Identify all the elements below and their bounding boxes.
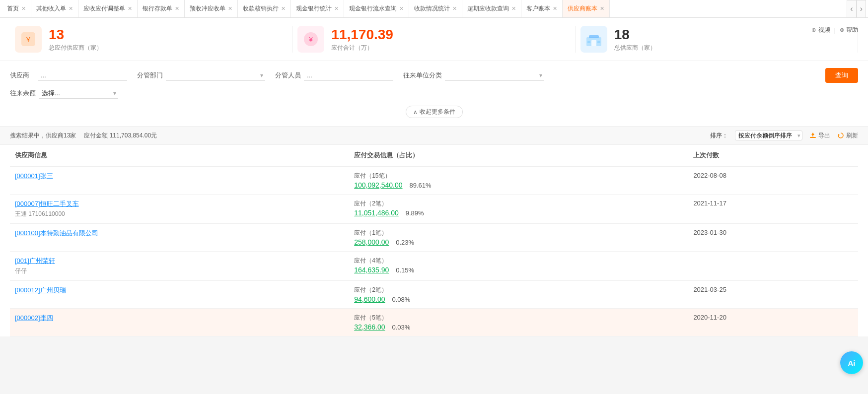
svg-rect-8 [597, 41, 600, 43]
supplier-link[interactable]: [001]广州荣轩 [15, 257, 55, 264]
supplier-input[interactable] [38, 70, 127, 81]
close-icon[interactable]: ✕ [228, 5, 232, 12]
nav-tab-ap-adjust[interactable]: 应收应付调整单✕ [78, 0, 138, 18]
table-container: 供应商信息 应付交易信息（占比） 上次付数 [000001]张三应付（15笔） … [0, 145, 868, 336]
amount-value[interactable]: 94,600.00 [354, 295, 385, 303]
close-icon[interactable]: ✕ [69, 5, 73, 12]
cell-supplier-info: [000100]本特勤油品有限公司 [10, 224, 349, 252]
stat-num-payable-total: 11,170.39 [331, 26, 393, 43]
close-icon[interactable]: ✕ [128, 5, 132, 12]
dept-label: 分管部门 [137, 71, 163, 80]
filter-supplier: 供应商 [10, 70, 127, 81]
close-icon[interactable]: ✕ [399, 5, 404, 12]
collapse-button[interactable]: ∧ 收起更多条件 [406, 106, 463, 118]
supplier-link[interactable]: [000001]张三 [15, 172, 53, 180]
close-icon[interactable]: ✕ [281, 5, 286, 12]
refresh-button[interactable]: 刷新 [837, 131, 858, 140]
collapse-bar: ∧ 收起更多条件 [10, 104, 858, 122]
svg-text:¥: ¥ [309, 36, 313, 43]
svg-text:¥: ¥ [26, 36, 30, 44]
sort-select-wrap: 按应付余额倒序排序 [735, 131, 802, 140]
amount-value[interactable]: 100,092,540.00 [354, 181, 402, 189]
supplier-sub: 仔仔 [15, 267, 344, 275]
close-icon[interactable]: ✕ [511, 5, 516, 12]
person-label: 分管人员 [275, 71, 301, 80]
nav-tab-receipt-verify[interactable]: 收款核销执行✕ [238, 0, 291, 18]
nav-tab-cash-bank-stat[interactable]: 现金银行统计✕ [291, 0, 344, 18]
amount-row: 258,000.00 0.23% [354, 238, 683, 246]
cell-last-pay: 2022-08-08 [688, 166, 858, 195]
table-row: [001]广州荣轩仔仔应付（4笔） 164,635.90 0.15% [10, 252, 858, 281]
close-icon[interactable]: ✕ [175, 5, 179, 12]
nav-tab-other-income[interactable]: 其他收入单✕ [31, 0, 78, 18]
amount-value[interactable]: 32,366.00 [354, 323, 385, 331]
stat-icon-payable: ¥ [15, 26, 42, 53]
table-row: [000002]李四应付（5笔） 32,366.00 0.03% 2020-11… [10, 309, 858, 336]
amount-row: 32,366.00 0.03% [354, 323, 683, 331]
cell-payable-info: 应付（15笔） 100,092,540.00 89.61% [349, 166, 688, 195]
result-bar-left: 搜索结果中，供应商13家 应付金额 111,703,854.00元 [10, 131, 157, 140]
supplier-link[interactable]: [000012]广州贝瑞 [15, 286, 66, 294]
cell-supplier-info: [000002]李四 [10, 309, 349, 336]
query-button[interactable]: 查询 [825, 68, 858, 83]
last-pay-date: 2020-11-20 [693, 314, 726, 321]
supplier-link[interactable]: [000100]本特勤油品有限公司 [15, 229, 98, 237]
stat-text-payable-total: 11,170.39 应付合计（万） [331, 26, 393, 53]
nav-next-arrow[interactable]: › [857, 0, 866, 18]
video-link[interactable]: ⊙ 视频 [811, 26, 830, 34]
nav-tab-overdue-query[interactable]: 超期应收款查询✕ [462, 0, 521, 18]
amount-value[interactable]: 258,000.00 [354, 238, 389, 246]
help-link[interactable]: ⊙ 帮助 [840, 26, 858, 34]
amount-row: 11,051,486.00 9.89% [354, 209, 683, 217]
supplier-link[interactable]: [000002]李四 [15, 314, 53, 322]
close-icon[interactable]: ✕ [553, 5, 557, 12]
close-icon[interactable]: ✕ [452, 5, 457, 12]
cell-payable-info: 应付（5笔） 32,366.00 0.03% [349, 309, 688, 336]
stat-label-payable-total: 应付合计（万） [331, 44, 393, 52]
col-payable-info: 应付交易信息（占比） [349, 145, 688, 166]
nav-prev-arrow[interactable]: ‹ [847, 0, 856, 18]
cell-last-pay: 2020-11-20 [688, 309, 858, 336]
result-bar-right: 排序： 按应付余额倒序排序 导出 刷新 [710, 131, 858, 140]
dept-select[interactable] [166, 70, 265, 81]
sort-select[interactable]: 按应付余额倒序排序 [735, 131, 802, 140]
stat-block-payable-total: ¥ 11,170.39 应付合计（万） [292, 26, 575, 53]
nav-tab-advance-collection[interactable]: 预收冲应收单✕ [185, 0, 238, 18]
export-button[interactable]: 导出 [809, 131, 830, 140]
supplier-link[interactable]: [000007]恒旺二手叉车 [15, 200, 79, 207]
col-last-pay: 上次付数 [688, 145, 858, 166]
svg-marker-10 [811, 132, 814, 136]
nav-tab-bank-deposit[interactable]: 银行存款单✕ [138, 0, 185, 18]
filter-person: 分管人员 [275, 70, 393, 81]
amount-row: 100,092,540.00 89.61% [354, 181, 683, 189]
supplier-sub: 王通 17106110000 [15, 210, 344, 218]
cell-last-pay [688, 252, 858, 281]
category-label: 往来单位分类 [403, 71, 442, 80]
close-icon[interactable]: ✕ [600, 5, 604, 12]
close-icon[interactable]: ✕ [21, 5, 26, 12]
category-select[interactable] [445, 70, 544, 81]
balance-select[interactable]: 选择... [39, 88, 118, 99]
category-select-wrap [445, 70, 544, 81]
amount-value[interactable]: 11,051,486.00 [354, 209, 399, 217]
amount-row: 94,600.00 0.08% [354, 295, 683, 303]
nav-tab-collection-stat[interactable]: 收款情况统计✕ [409, 0, 462, 18]
close-icon[interactable]: ✕ [334, 5, 339, 12]
filter-dept: 分管部门 [137, 70, 265, 81]
nav-tab-supplier-account[interactable]: 供应商账本✕ [563, 0, 610, 18]
person-input[interactable] [304, 70, 393, 81]
amount-value[interactable]: 164,635.90 [354, 266, 389, 274]
nav-tab-customer-account[interactable]: 客户账本✕ [521, 0, 563, 18]
pay-label: 应付（5笔） [354, 314, 683, 322]
cell-payable-info: 应付（2笔） 11,051,486.00 9.89% [349, 195, 688, 224]
last-pay-date: 2021-03-25 [693, 286, 726, 293]
nav-tab-cash-bank-flow[interactable]: 现金银行流水查询✕ [344, 0, 409, 18]
table-row: [000012]广州贝瑞应付（2笔） 94,600.00 0.08% 2021-… [10, 281, 858, 309]
collapse-label: 收起更多条件 [420, 108, 455, 116]
svg-rect-5 [589, 35, 599, 38]
cell-supplier-info: [000007]恒旺二手叉车王通 17106110000 [10, 195, 349, 224]
stat-num-total-suppliers: 18 [614, 26, 656, 43]
nav-tab-home[interactable]: 首页✕ [2, 0, 31, 18]
table-row: [000001]张三应付（15笔） 100,092,540.00 89.61% … [10, 166, 858, 195]
percent-value: 89.61% [410, 182, 432, 189]
